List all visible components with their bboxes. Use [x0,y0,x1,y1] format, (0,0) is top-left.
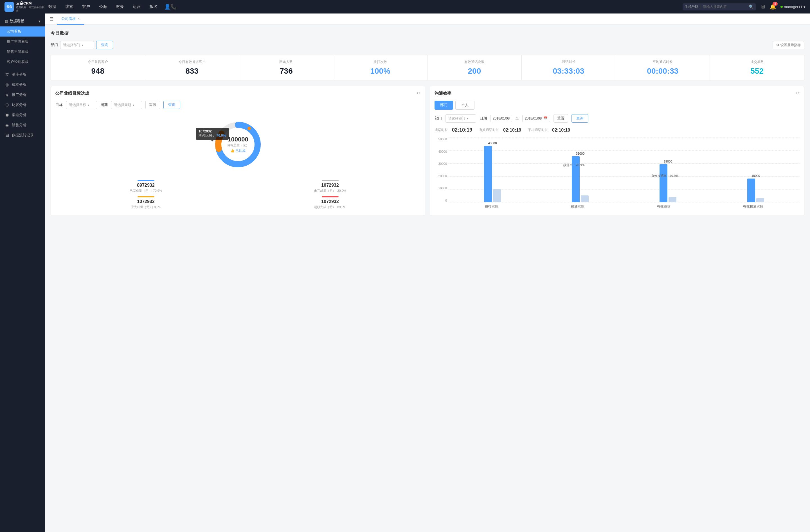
nav-signup[interactable]: 报名 [145,0,162,14]
sidebar-item-channel[interactable]: ⬢ 渠道分析 [0,110,45,120]
stat-call-duration: 通话时长 03:33:03 [522,55,616,80]
sidebar-item-promo[interactable]: ◈ 推广分析 [0,90,45,100]
logo-icon: 云朵 [4,2,14,12]
donut-tooltip: 1072932 所占比例： 70.9% [196,128,229,140]
goal-target-select[interactable]: 请选择目标 ▾ [66,101,97,109]
goal-stat-completed-bar [137,180,155,181]
goal-stat-overachieved: 1072932 超额完成（元）| 89.9% [240,196,420,209]
comm-date-label: 日期 [480,116,487,121]
goal-target-label: 目标 [55,102,63,107]
monitor-icon[interactable]: 🖥 [760,4,765,10]
bar-group-effective: 29000 有效接通率：70.9% [660,160,676,202]
stat-avg-duration-label: 平均通话时长 [619,60,707,64]
nav-leads[interactable]: 线索 [61,0,78,14]
sidebar-item-cost[interactable]: ◎ 成本分析 [0,80,45,90]
goal-panel-title: 公司业绩目标达成 [55,91,420,96]
comm-summary: 通话时长 02:10:19 有效通话时长 02:10:19 平均通话时长 02:… [435,127,799,133]
user-info[interactable]: manager11 ▾ [780,5,806,9]
nav-customers[interactable]: 客户 [78,0,95,14]
search-type[interactable]: 手机号码 [685,4,701,9]
stat-call-duration-value: 03:33:03 [525,67,612,76]
comm-tab-personal[interactable]: 个人 [455,101,474,110]
comm-reset-btn[interactable]: 重置 [553,114,568,122]
bar-group-calls: 43000 [484,142,501,202]
comm-summary-total-duration: 通话时长 02:10:19 [435,127,472,133]
bar-annotation-effective: 有效接通率：70.9% [651,174,678,178]
nav-data[interactable]: 数据 [44,0,61,14]
stat-revisit-label: 回访人数 [243,60,330,64]
donut-area: 1072932 所占比例： 70.9% [55,114,420,176]
nav-ops[interactable]: 运营 [128,0,145,14]
y-label-2: 20000 [438,174,447,178]
bar-chart: 50000 40000 30000 20000 10000 0 [435,137,799,211]
goal-stat-expected: 1072932 应完成量（元）| 8.9% [55,196,236,209]
comm-date-to[interactable]: 2018/01/08 📅 [522,115,550,122]
today-query-btn[interactable]: 查询 [96,41,113,49]
y-label-5: 50000 [438,137,447,141]
comm-refresh-icon[interactable]: ⟳ [796,91,799,95]
sidebar-item-sales-mgr[interactable]: 销售主管看板 [0,47,45,57]
y-label-4: 40000 [438,150,447,153]
notification-bell[interactable]: 🔔 5 [770,4,776,10]
x-label-connected: 接通次数 [571,204,584,209]
search-icon[interactable]: 🔍 [749,4,754,9]
bar-value-effective-connected: 18000 [751,174,760,178]
comm-tabs: 部门 个人 [435,101,799,110]
goal-refresh-icon[interactable]: ⟳ [417,91,420,95]
calendar-icon: 📅 [544,116,548,120]
x-label-effective-connected: 有效接通次数 [743,204,763,209]
date-separator: 至 [516,116,519,121]
comm-panel-title: 沟通效率 [435,91,799,96]
person-icon[interactable]: 👤 [164,4,171,10]
goal-query-btn[interactable]: 查询 [163,101,180,109]
comm-date-from[interactable]: 2018/01/08 [490,115,512,122]
sidebar-item-sales[interactable]: ◉ 销售分析 [0,120,45,130]
sidebar-item-flow[interactable]: ▤ 数据流转记录 [0,130,45,140]
bar-value-effective: 29000 [664,160,673,163]
stat-new-consult: 今日首咨客户 948 [51,55,145,80]
logo-text: 云朵CRM 教育机构一站式服务云平台 [16,1,44,12]
goal-reset-btn[interactable]: 重置 [145,101,160,109]
sidebar-item-visitor[interactable]: ⬡ 访客分析 [0,100,45,110]
stat-effective-consult: 今日有效首咨客户 833 [145,55,239,80]
nav-public[interactable]: 公海 [95,0,111,14]
dept-select[interactable]: 请选择部门 ▾ [60,41,94,49]
sidebar-item-funnel[interactable]: ▽ 漏斗分析 [0,69,45,80]
hamburger-icon[interactable]: ☰ [49,16,53,22]
comm-tab-dept[interactable]: 部门 [435,101,453,110]
setting-btn[interactable]: ⚙ 设置显示指标 [773,41,804,49]
donut-chart: 1072932 所占比例： 70.9% [213,119,263,170]
channel-icon: ⬢ [4,113,10,117]
flow-icon: ▤ [4,133,10,137]
bar-connected-sub [581,196,589,202]
tab-company-board[interactable]: 公司看板 ✕ [57,14,84,25]
goal-stat-overachieved-bar [322,196,339,197]
goal-stat-expected-bar [137,196,155,197]
tab-close-icon[interactable]: ✕ [78,17,80,20]
y-label-1: 10000 [438,186,447,190]
user-dropdown-icon[interactable]: ▾ [804,5,806,9]
donut-center: 100000 目标总量（元） 👍 已达成 [227,136,249,153]
phone-icon[interactable]: 📞 [171,4,177,10]
sidebar-section-header[interactable]: ▦ 数据看板 ▾ [0,16,45,27]
nav-finance[interactable]: 财务 [111,0,128,14]
search-input[interactable] [703,5,746,9]
setting-icon: ⚙ [776,43,779,47]
comm-summary-effective-duration: 有效通话时长 02:10:19 [479,127,521,133]
main-layout: ▦ 数据看板 ▾ 公司看板 推广主管看板 销售主管看板 客户经理看板 ▽ 漏斗分… [0,14,810,532]
filter-row: 部门 请选择部门 ▾ 查询 ⚙ 设置显示指标 [51,41,804,49]
sidebar-item-cust-mgr[interactable]: 客户经理看板 [0,57,45,67]
top-nav: 云朵 云朵CRM 教育机构一站式服务云平台 数据 线索 客户 公海 财务 运营 … [0,0,810,14]
stat-new-consult-value: 948 [54,67,142,76]
bar-group-effective-connected: 18000 [747,174,764,202]
goal-period-select[interactable]: 请选择周期 ▾ [111,101,142,109]
bar-effective-connected-sub [756,198,764,202]
comm-query-btn[interactable]: 查询 [571,114,588,122]
goal-period-arrow: ▾ [133,103,134,106]
goal-stat-completed: 8972932 已完成量（元）| 70.9% [55,180,236,193]
sidebar-item-promo-mgr[interactable]: 推广主管看板 [0,36,45,47]
comm-dept-select[interactable]: 请选择部门 ▾ [445,114,476,122]
sidebar-collapse-icon[interactable]: ▾ [38,19,40,23]
sidebar: ▦ 数据看板 ▾ 公司看板 推广主管看板 销售主管看板 客户经理看板 ▽ 漏斗分… [0,14,45,532]
sidebar-item-company-board[interactable]: 公司看板 [0,27,45,36]
